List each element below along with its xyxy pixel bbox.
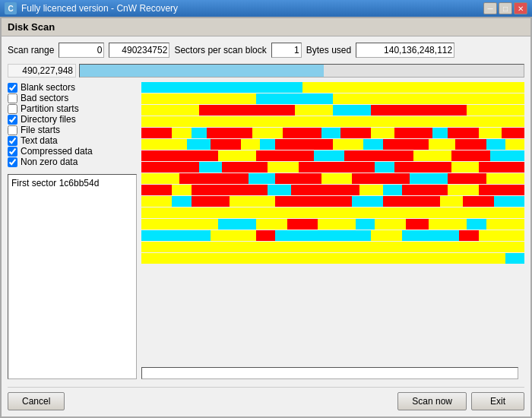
scan-block-10-3 <box>230 196 275 207</box>
checkbox-file-starts[interactable] <box>8 125 17 135</box>
app-title: Fully licenced version - CnW Recovery <box>21 3 178 14</box>
scan-now-button[interactable]: Scan now <box>397 392 467 410</box>
checkbox-bad-sectors[interactable] <box>8 93 17 103</box>
scan-block-12-5 <box>356 219 375 230</box>
scan-block-7-8 <box>479 162 524 173</box>
scan-block-13-4 <box>371 230 401 241</box>
scan-block-2-0 <box>141 105 199 116</box>
checkbox-text-data[interactable] <box>8 136 17 146</box>
scan-block-13-5 <box>402 230 460 241</box>
checkbox-list: Blank sectorsBad sectorsPartition starts… <box>8 82 137 167</box>
checkbox-blank-sectors[interactable] <box>8 83 17 93</box>
scan-block-8-1 <box>179 173 249 184</box>
scan-block-4-11 <box>448 128 478 138</box>
scan-block-12-6 <box>375 219 405 230</box>
progress-value: 490,227,948 <box>8 64 76 78</box>
footer-buttons: Cancel Scan now Exit <box>8 387 524 410</box>
checkbox-row-2: Partition starts <box>8 103 137 114</box>
scan-block-6-4 <box>344 150 413 161</box>
checkbox-row-3: Directory files <box>8 114 137 125</box>
maximize-button[interactable]: □ <box>499 2 512 14</box>
scan-block-5-8 <box>383 139 429 150</box>
scan-row-2 <box>141 105 524 116</box>
right-panel <box>141 82 524 379</box>
scan-block-6-3 <box>314 150 344 161</box>
scan-start-input[interactable] <box>59 43 104 58</box>
checkbox-directory-files[interactable] <box>8 115 17 125</box>
checkbox-row-7: Non zero data <box>8 157 137 167</box>
checkbox-label-1: Bad sectors <box>21 93 68 103</box>
scan-block-10-6 <box>383 196 441 207</box>
scan-block-0-1 <box>302 82 524 93</box>
scan-block-12-1 <box>218 219 256 230</box>
scan-block-9-3 <box>268 185 290 195</box>
progress-bar-inner <box>80 65 324 77</box>
checkbox-row-5: Text data <box>8 135 137 146</box>
scan-range-row: Scan range Sectors per scan block Bytes … <box>8 43 524 58</box>
scan-block-12-9 <box>467 219 486 230</box>
scan-block-9-8 <box>448 185 478 195</box>
cancel-button[interactable]: Cancel <box>8 392 65 410</box>
scan-block-9-2 <box>192 185 268 195</box>
scan-block-2-2 <box>295 105 333 116</box>
scan-block-5-7 <box>363 139 382 150</box>
checkbox-row-6: Compressed data <box>8 146 137 157</box>
info-box: First sector 1c6bb54d <box>8 174 137 379</box>
scan-block-5-9 <box>429 139 455 150</box>
checkbox-partition-starts[interactable] <box>8 104 17 114</box>
info-box-text: First sector 1c6bb54d <box>11 178 99 188</box>
scan-block-10-1 <box>172 196 191 207</box>
scan-block-7-3 <box>268 162 298 173</box>
scan-row-8 <box>141 173 524 184</box>
scan-block-4-8 <box>371 128 394 138</box>
scan-end-input[interactable] <box>109 43 169 58</box>
scan-block-12-0 <box>141 219 218 230</box>
progress-bar-outer <box>79 64 524 78</box>
scan-block-5-1 <box>187 139 210 150</box>
checkbox-label-6: Compressed data <box>21 146 93 157</box>
checkbox-row-1: Bad sectors <box>8 93 137 103</box>
scan-block-6-6 <box>451 150 489 161</box>
checkbox-label-7: Non zero data <box>21 157 78 167</box>
checkbox-non-zero-data[interactable] <box>8 157 17 167</box>
scan-block-3-0 <box>141 116 524 127</box>
scan-row-13 <box>141 230 524 241</box>
scan-block-13-6 <box>459 230 478 241</box>
scan-block-5-5 <box>275 139 333 150</box>
scan-block-2-1 <box>199 105 295 116</box>
scan-block-7-0 <box>141 162 199 173</box>
scan-block-5-4 <box>260 139 275 150</box>
scan-block-7-4 <box>299 162 375 173</box>
scan-block-2-4 <box>371 105 467 116</box>
scan-row-6 <box>141 150 524 161</box>
scan-block-4-10 <box>432 128 448 138</box>
scan-block-8-2 <box>249 173 275 184</box>
scan-block-10-7 <box>440 196 463 207</box>
scan-block-4-1 <box>172 128 191 138</box>
scan-block-10-4 <box>275 196 352 207</box>
scan-block-5-3 <box>241 139 260 150</box>
checkbox-row-0: Blank sectors <box>8 82 137 93</box>
scan-block-1-1 <box>256 93 333 104</box>
window-title: Disk Scan <box>2 18 530 36</box>
sectors-per-label: Sectors per scan block <box>174 45 266 55</box>
minimize-button[interactable]: ─ <box>483 2 497 14</box>
checkbox-compressed-data[interactable] <box>8 147 17 157</box>
scan-block-9-5 <box>359 185 382 195</box>
scan-block-9-4 <box>291 185 360 195</box>
scan-block-2-3 <box>333 105 371 116</box>
scan-block-8-8 <box>486 173 524 184</box>
scan-block-10-2 <box>192 196 230 207</box>
bytes-used-input[interactable] <box>356 43 454 58</box>
scan-row-11 <box>141 207 524 218</box>
exit-button[interactable]: Exit <box>471 392 524 410</box>
title-bar: C Fully licenced version - CnW Recovery … <box>0 0 532 17</box>
close-button[interactable]: ✕ <box>514 2 527 14</box>
scan-block-9-9 <box>479 185 524 195</box>
scan-block-4-0 <box>141 128 172 138</box>
sectors-per-input[interactable] <box>271 43 302 58</box>
left-panel: Blank sectorsBad sectorsPartition starts… <box>8 82 137 379</box>
scan-block-5-6 <box>333 139 363 150</box>
scan-block-4-9 <box>394 128 432 138</box>
scan-block-5-11 <box>486 139 505 150</box>
